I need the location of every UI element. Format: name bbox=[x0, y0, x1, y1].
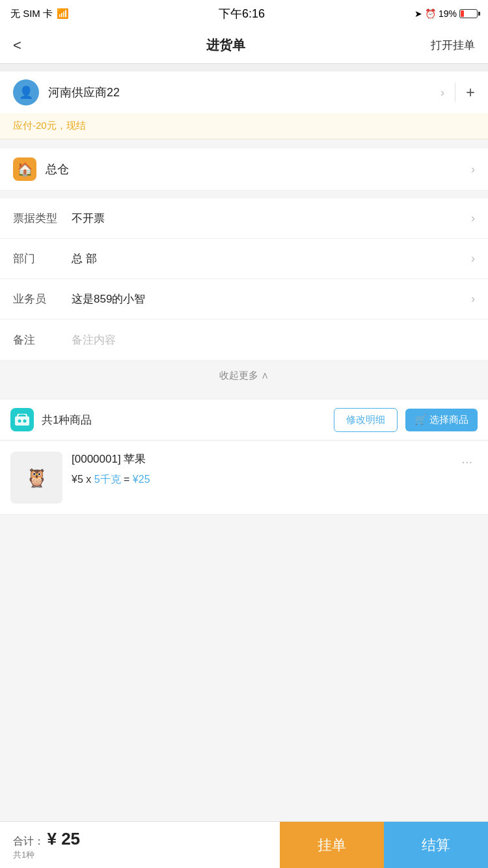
products-icon bbox=[10, 408, 34, 431]
supplier-row[interactable]: 👤 河南供应商22 › + bbox=[0, 72, 488, 113]
total-section: 合计： ¥ 25 共1种 bbox=[0, 829, 280, 861]
supplier-avatar: 👤 bbox=[13, 79, 39, 105]
battery-percent: 19% bbox=[439, 8, 457, 19]
sales-label: 业务员 bbox=[13, 292, 72, 306]
svg-point-2 bbox=[23, 420, 27, 423]
price-separator: x bbox=[86, 474, 94, 485]
supplier-divider bbox=[455, 83, 455, 102]
product-thumbnail: 🦉 bbox=[10, 452, 62, 504]
products-header: 共1种商品 修改明细 🛒 选择商品 bbox=[0, 399, 488, 441]
supplier-name: 河南供应商22 bbox=[48, 85, 441, 100]
remark-label: 备注 bbox=[13, 332, 72, 347]
wifi-icon: 📶 bbox=[57, 8, 69, 20]
product-title: 苹果 bbox=[124, 453, 146, 465]
sales-chevron-icon: › bbox=[471, 292, 475, 306]
nav-bar: < 进货单 打开挂单 bbox=[0, 27, 488, 64]
status-right: ➤ ⏰ 19% bbox=[414, 8, 478, 19]
supplier-section: 👤 河南供应商22 › + 应付-20元，现结 bbox=[0, 72, 488, 140]
back-button[interactable]: < bbox=[13, 37, 21, 54]
dept-value: 总 部 bbox=[72, 251, 471, 266]
open-hang-button[interactable]: 打开挂单 bbox=[431, 38, 475, 53]
hang-button[interactable]: 挂单 bbox=[280, 822, 384, 869]
select-product-label: 选择商品 bbox=[429, 414, 468, 426]
status-left: 无 SIM 卡 📶 bbox=[10, 8, 69, 20]
checkout-button[interactable]: 结算 bbox=[384, 822, 488, 869]
warehouse-row[interactable]: 🏠 总仓 › bbox=[0, 148, 488, 190]
status-bar: 无 SIM 卡 📶 下午6:16 ➤ ⏰ 19% bbox=[0, 0, 488, 27]
supplier-chevron-icon: › bbox=[441, 86, 444, 100]
total-count: 共1种 bbox=[13, 849, 267, 861]
location-icon: ➤ bbox=[414, 8, 422, 19]
invoice-label: 票据类型 bbox=[13, 211, 72, 226]
select-product-button[interactable]: 🛒 选择商品 bbox=[405, 409, 478, 431]
top-divider bbox=[0, 64, 488, 72]
product-total: ¥25 bbox=[133, 474, 150, 485]
product-quantity: 5千克 bbox=[94, 474, 121, 485]
warehouse-section: 🏠 总仓 › bbox=[0, 148, 488, 191]
warehouse-chevron-icon: › bbox=[471, 163, 475, 176]
add-supplier-button[interactable]: + bbox=[466, 83, 475, 102]
invoice-chevron-icon: › bbox=[471, 211, 475, 225]
warehouse-name: 总仓 bbox=[46, 161, 471, 177]
alarm-icon: ⏰ bbox=[425, 8, 436, 19]
dept-row[interactable]: 部门 总 部 › bbox=[0, 239, 488, 279]
svg-point-1 bbox=[18, 420, 21, 423]
product-count: 共1种商品 bbox=[42, 413, 326, 427]
battery-fill bbox=[461, 10, 464, 17]
total-row: 合计： ¥ 25 bbox=[13, 829, 267, 849]
status-time: 下午6:16 bbox=[219, 6, 265, 21]
carrier-label: 无 SIM 卡 bbox=[10, 8, 53, 20]
bottom-bar: 合计： ¥ 25 共1种 挂单 结算 bbox=[0, 821, 488, 868]
product-thumb-icon: 🦉 bbox=[25, 467, 48, 489]
remark-row[interactable]: 备注 备注内容 bbox=[0, 319, 488, 360]
collapse-bar[interactable]: 收起更多 ∧ bbox=[0, 360, 488, 391]
dept-chevron-icon: › bbox=[471, 252, 475, 265]
page-title: 进货单 bbox=[206, 36, 245, 54]
product-more-button[interactable]: ··· bbox=[456, 452, 478, 472]
edit-detail-button[interactable]: 修改明细 bbox=[334, 408, 398, 432]
product-info: [0000001] 苹果 ¥5 x 5千克 = ¥25 bbox=[72, 452, 447, 487]
form-section: 票据类型 不开票 › 部门 总 部 › 业务员 这是859的小智 › 备注 备注… bbox=[0, 198, 488, 360]
avatar-icon: 👤 bbox=[19, 85, 33, 100]
svg-rect-0 bbox=[15, 416, 29, 426]
invoice-row[interactable]: 票据类型 不开票 › bbox=[0, 198, 488, 239]
battery-icon bbox=[459, 9, 478, 18]
sales-value: 这是859的小智 bbox=[72, 292, 471, 306]
remark-placeholder: 备注内容 bbox=[72, 332, 475, 347]
notice-bar: 应付-20元，现结 bbox=[0, 113, 488, 139]
invoice-value: 不开票 bbox=[72, 211, 471, 226]
equals-sign: = bbox=[124, 474, 133, 485]
sales-row[interactable]: 业务员 这是859的小智 › bbox=[0, 279, 488, 319]
total-label: 合计： bbox=[13, 835, 44, 847]
dept-label: 部门 bbox=[13, 251, 72, 266]
product-price: ¥5 x 5千克 = ¥25 bbox=[72, 473, 447, 487]
bottom-spacer bbox=[0, 515, 488, 562]
product-item: 🦉 [0000001] 苹果 ¥5 x 5千克 = ¥25 ··· bbox=[0, 441, 488, 515]
total-amount: ¥ 25 bbox=[47, 829, 80, 848]
warehouse-icon: 🏠 bbox=[13, 157, 36, 181]
product-name: [0000001] 苹果 bbox=[72, 452, 447, 467]
select-product-icon: 🛒 bbox=[414, 414, 427, 426]
unit-price: ¥5 bbox=[72, 474, 83, 485]
product-code: [0000001] bbox=[72, 453, 121, 465]
